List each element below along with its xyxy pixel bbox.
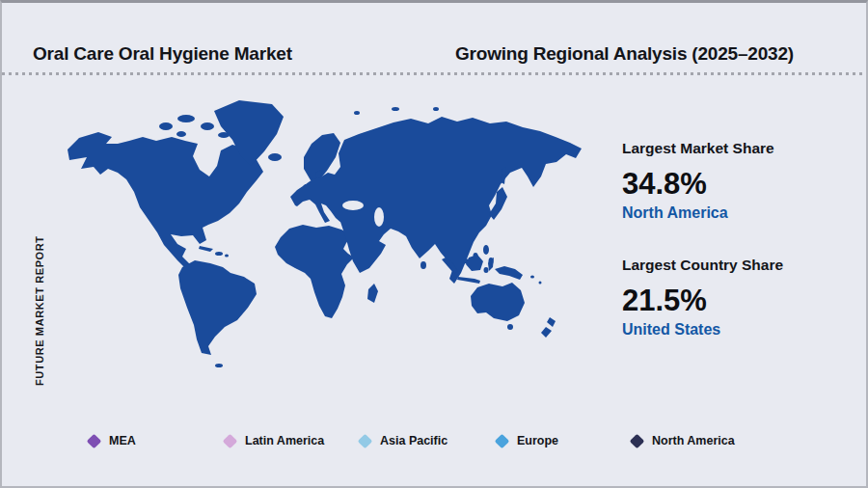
largest-market-share-value: 34.8% <box>622 169 707 199</box>
largest-country-share-region: United States <box>622 321 720 339</box>
legend-item-latin-america: Latin America <box>225 434 324 447</box>
legend-item-mea: MEA <box>89 434 136 447</box>
largest-market-share-label: Largest Market Share <box>622 140 774 157</box>
infographic-canvas: Oral Care Oral Hygiene Market Growing Re… <box>0 0 868 488</box>
legend-item-north-america: North America <box>632 434 735 447</box>
world-map <box>58 84 610 385</box>
largest-market-share-region: North America <box>622 204 728 222</box>
mea-diamond-icon <box>87 433 102 448</box>
legend-label: Asia Pacific <box>380 434 448 447</box>
dotted-divider <box>2 72 866 75</box>
legend-label: Latin America <box>245 434 324 447</box>
largest-country-share-value: 21.5% <box>622 285 707 315</box>
europe-diamond-icon <box>495 433 510 448</box>
north-america-diamond-icon <box>630 433 645 448</box>
subtitle-regional-analysis: Growing Regional Analysis (2025–2032) <box>455 43 794 65</box>
vertical-watermark: FUTURE MARKET REPORT <box>34 230 45 391</box>
asia-pacific-diamond-icon <box>358 433 373 448</box>
largest-country-share-label: Largest Country Share <box>622 257 783 274</box>
page-title: Oral Care Oral Hygiene Market <box>33 43 292 65</box>
world-map-land <box>68 100 582 367</box>
latin-america-diamond-icon <box>223 433 238 448</box>
legend-label: MEA <box>109 434 136 447</box>
legend-label: North America <box>652 434 735 447</box>
legend-label: Europe <box>517 434 558 447</box>
legend-item-asia-pacific: Asia Pacific <box>360 434 448 447</box>
legend-item-europe: Europe <box>497 434 558 447</box>
